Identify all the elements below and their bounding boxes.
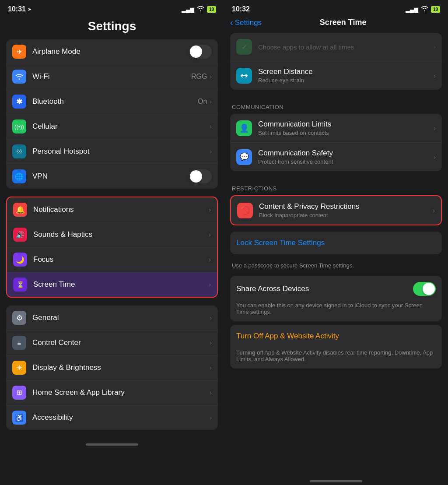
communication-limits-title: Communication Limits xyxy=(258,120,434,129)
communication-group: 👤 Communication Limits Set limits based … xyxy=(230,114,442,171)
home-screen-chevron-icon: › xyxy=(210,389,212,396)
vpn-label: VPN xyxy=(32,172,189,181)
always-allowed-icon: ✓ xyxy=(236,39,252,55)
turn-off-activity-row[interactable]: Turn Off App & Website Activity xyxy=(230,325,442,348)
focus-row[interactable]: 🌙 Focus › xyxy=(7,247,217,272)
share-across-devices-group: Share Across Devices You can enable this… xyxy=(230,276,442,321)
wifi-label: Wi-Fi xyxy=(32,72,191,81)
focus-icon: 🌙 xyxy=(13,253,27,267)
accessibility-label: Accessibility xyxy=(32,413,210,422)
home-screen-row[interactable]: ⊞ Home Screen & App Library › xyxy=(6,380,218,405)
share-across-devices-toggle[interactable] xyxy=(413,282,436,296)
wifi-icon xyxy=(12,70,26,84)
bluetooth-icon: ✱ xyxy=(12,95,26,109)
notifications-icon: 🔔 xyxy=(13,203,27,217)
display-brightness-chevron-icon: › xyxy=(210,364,212,371)
bluetooth-chevron-icon: › xyxy=(210,98,212,105)
vpn-row[interactable]: 🌐 VPN xyxy=(6,164,218,189)
content-privacy-group: 🚫 Content & Privacy Restrictions Block i… xyxy=(230,195,442,225)
home-screen-icon: ⊞ xyxy=(12,386,26,400)
status-icons-left: ▂▄▆ 10 xyxy=(182,6,216,13)
display-brightness-label: Display & Brightness xyxy=(32,363,210,372)
wifi-icon-right xyxy=(421,6,428,13)
sounds-haptics-row[interactable]: 🔊 Sounds & Haptics › xyxy=(7,222,217,247)
personal-hotspot-chevron-icon: › xyxy=(210,148,212,155)
airplane-mode-label: Airplane Mode xyxy=(32,47,189,56)
screen-time-row[interactable]: ⏳ Screen Time › xyxy=(7,272,217,297)
communication-section-header: COMMUNICATION xyxy=(230,96,442,114)
communication-limits-subtitle: Set limits based on contacts xyxy=(258,130,434,136)
always-allowed-chevron-icon: › xyxy=(434,43,436,50)
home-screen-label: Home Screen & App Library xyxy=(32,388,210,397)
battery-icon-left: 10 xyxy=(207,6,216,13)
signal-icon-left: ▂▄▆ xyxy=(182,6,194,13)
control-center-label: Control Center xyxy=(32,338,210,347)
focus-label: Focus xyxy=(33,255,209,264)
screen-time-label: Screen Time xyxy=(33,280,209,289)
notifications-row[interactable]: 🔔 Notifications › xyxy=(7,197,217,222)
bluetooth-row[interactable]: ✱ Bluetooth On › xyxy=(6,89,218,114)
status-bar-right: 10:32 ▂▄▆ 10 xyxy=(224,0,448,16)
screen-distance-row[interactable]: Screen Distance Reduce eye strain › xyxy=(230,61,442,90)
share-across-devices-label: Share Across Devices xyxy=(236,285,413,293)
general-icon: ⚙ xyxy=(12,311,26,325)
general-row[interactable]: ⚙ General › xyxy=(6,306,218,330)
home-indicator-right xyxy=(224,474,448,485)
screen-distance-icon xyxy=(236,68,252,84)
screen-distance-title: Screen Distance xyxy=(258,67,434,76)
content-privacy-subtitle: Block inappropriate content xyxy=(259,212,433,218)
signal-icon-right: ▂▄▆ xyxy=(406,6,418,13)
cellular-icon: ((•)) xyxy=(12,119,26,134)
wifi-value: RGG xyxy=(191,73,207,81)
general-label: General xyxy=(32,313,210,322)
wifi-row[interactable]: Wi-Fi RGG › xyxy=(6,64,218,89)
always-allowed-label: Choose apps to allow at all times xyxy=(258,43,434,51)
control-center-row[interactable]: ≡ Control Center › xyxy=(6,330,218,355)
battery-icon-right: 10 xyxy=(431,6,440,13)
general-chevron-icon: › xyxy=(210,314,212,321)
screen-distance-text: Screen Distance Reduce eye strain xyxy=(258,67,434,84)
communication-safety-subtitle: Protect from sensitive content xyxy=(258,158,434,165)
always-allowed-row[interactable]: ✓ Choose apps to allow at all times › xyxy=(230,33,442,61)
communication-limits-text: Communication Limits Set limits based on… xyxy=(258,120,434,136)
status-bar-left: 10:31 ➤ ▂▄▆ 10 xyxy=(0,0,224,16)
control-center-chevron-icon: › xyxy=(210,339,212,346)
share-across-devices-row[interactable]: Share Across Devices xyxy=(230,276,442,302)
content-privacy-chevron-icon: › xyxy=(433,207,435,214)
airplane-mode-row[interactable]: ✈ Airplane Mode xyxy=(6,39,218,64)
left-panel: 10:31 ➤ ▂▄▆ 10 Settings ✈ Airplane Mode xyxy=(0,0,224,485)
airplane-mode-toggle[interactable] xyxy=(189,45,212,59)
accessibility-row[interactable]: ♿ Accessibility › xyxy=(6,405,218,430)
cellular-chevron-icon: › xyxy=(210,123,212,130)
right-header: ‹ Settings Screen Time xyxy=(224,16,448,33)
home-indicator-left xyxy=(0,438,224,448)
share-across-devices-hint: You can enable this on any device signed… xyxy=(230,302,442,321)
personal-hotspot-row[interactable]: ♾ Personal Hotspot › xyxy=(6,139,218,164)
content-privacy-row[interactable]: 🚫 Content & Privacy Restrictions Block i… xyxy=(231,196,441,225)
communication-limits-row[interactable]: 👤 Communication Limits Set limits based … xyxy=(230,114,442,143)
accessibility-icon: ♿ xyxy=(12,411,26,425)
right-content: ✓ Choose apps to allow at all times › Sc… xyxy=(224,33,448,474)
notifications-chevron-icon: › xyxy=(209,206,211,213)
communication-limits-chevron-icon: › xyxy=(434,125,436,132)
display-brightness-row[interactable]: ☀ Display & Brightness › xyxy=(6,355,218,380)
wifi-icon-left xyxy=(197,6,204,13)
network-settings-group: ✈ Airplane Mode Wi-Fi RGG › ✱ xyxy=(6,39,218,189)
back-label: Settings xyxy=(235,18,262,27)
screen-time-chevron-icon: › xyxy=(209,281,211,288)
general-group: ⚙ General › ≡ Control Center › ☀ Display… xyxy=(6,306,218,430)
bluetooth-label: Bluetooth xyxy=(32,97,198,106)
vpn-toggle[interactable] xyxy=(189,169,212,183)
communication-safety-title: Communication Safety xyxy=(258,149,434,158)
lock-screen-time-row[interactable]: Lock Screen Time Settings xyxy=(230,232,442,254)
back-chevron-icon: ‹ xyxy=(230,18,233,28)
airplane-mode-icon: ✈ xyxy=(12,45,26,59)
back-button[interactable]: ‹ Settings xyxy=(230,18,262,28)
content-privacy-icon: 🚫 xyxy=(237,203,253,218)
communication-safety-chevron-icon: › xyxy=(434,154,436,161)
cellular-row[interactable]: ((•)) Cellular › xyxy=(6,114,218,139)
content-privacy-text: Content & Privacy Restrictions Block ina… xyxy=(259,202,433,218)
communication-safety-icon: 💬 xyxy=(236,149,252,165)
sounds-haptics-icon: 🔊 xyxy=(13,228,27,242)
communication-safety-row[interactable]: 💬 Communication Safety Protect from sens… xyxy=(230,143,442,171)
